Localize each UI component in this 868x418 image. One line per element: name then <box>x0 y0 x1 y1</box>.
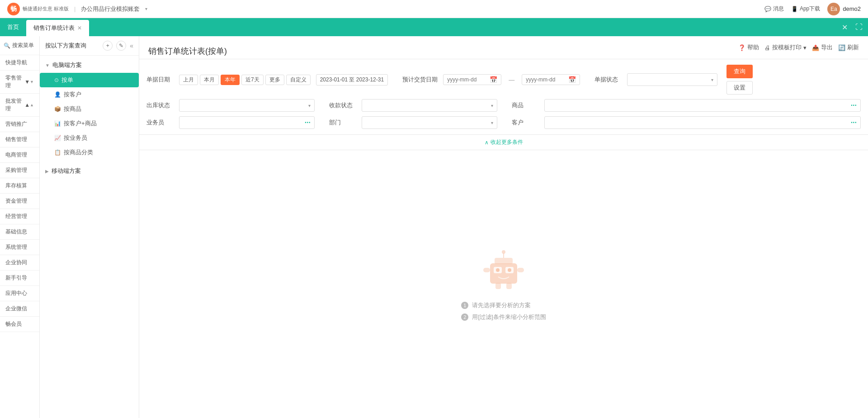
status-select[interactable]: ▾ <box>627 73 717 86</box>
scheme-item-by-order-label: 按单 <box>61 76 73 84</box>
sidebar-item-inventory[interactable]: 库存核算 <box>0 178 39 194</box>
scheme-panel: 按以下方案查询 + ✎ « ▼ 电脑端方案 ⊙ 按单 <box>40 36 139 418</box>
customer-select[interactable]: ··· <box>544 116 861 129</box>
expected-date-start-input[interactable] <box>447 76 488 83</box>
sidebar-item-sales[interactable]: 销售管理 <box>0 132 39 147</box>
logo-text: 畅捷通好生意 标准版 <box>23 6 69 12</box>
date-shortcut-custom[interactable]: 自定义 <box>286 75 311 85</box>
refresh-action[interactable]: 🔄 刷新 <box>838 43 859 52</box>
sidebar-item-purchase[interactable]: 采购管理 <box>0 163 39 178</box>
sidebar-item-ecommerce[interactable]: 电商管理 <box>0 147 39 163</box>
salesperson-select[interactable]: ··· <box>179 116 315 129</box>
tab-sales-stat[interactable]: 销售订单统计表 ✕ <box>26 20 89 36</box>
export-action[interactable]: 📤 导出 <box>812 43 833 52</box>
message-action[interactable]: 💬 消息 <box>764 5 784 13</box>
tab-home[interactable]: 首页 <box>0 18 26 36</box>
scheme-item-by-order[interactable]: ⊙ 按单 <box>40 73 139 87</box>
receipt-status-select-arrow: ▾ <box>491 103 493 108</box>
query-btn[interactable]: 查询 <box>726 65 753 78</box>
quick-nav[interactable]: 快捷导航 <box>0 55 39 71</box>
scheme-item-by-category[interactable]: 📋 按商品分类 <box>40 145 139 160</box>
top-bar-right: 💬 消息 📱 App下载 Ea demo2 <box>764 3 861 15</box>
sidebar-item-basic-info[interactable]: 基础信息 <box>0 224 39 240</box>
scheme-item-by-salesperson-label: 按业务员 <box>64 134 87 142</box>
tab-sales-stat-label: 销售订单统计表 <box>33 24 75 32</box>
expected-date-end-group[interactable]: 📅 <box>522 74 580 85</box>
sidebar-item-wholesale[interactable]: 批发管理 ▲ <box>0 94 39 117</box>
scheme-section-mobile-title[interactable]: ▶ 移动端方案 <box>40 163 139 179</box>
date-shortcut-7days[interactable]: 近7天 <box>241 75 264 85</box>
out-status-select[interactable]: ▾ <box>179 99 315 112</box>
scheme-header: 按以下方案查询 + ✎ « <box>40 36 139 56</box>
sidebar-item-newuser-label: 新手引导 <box>5 274 27 282</box>
calendar-start-icon[interactable]: 📅 <box>490 76 497 83</box>
collapse-bar[interactable]: ∧ 收起更多条件 <box>139 135 868 150</box>
help-icon: ❓ <box>738 44 745 51</box>
query-buttons: 查询 设置 <box>726 65 753 95</box>
goods-ellipsis-icon[interactable]: ··· <box>851 101 857 109</box>
scheme-item-by-customer[interactable]: 👤 按客户 <box>40 87 139 102</box>
scheme-collapse-btn[interactable]: « <box>130 42 133 49</box>
sidebar-search[interactable]: 🔍 搜索菜单 <box>0 36 39 55</box>
app-download-action[interactable]: 📱 App下载 <box>791 5 820 13</box>
settings-btn[interactable]: 设置 <box>726 81 753 95</box>
app-title-dropdown-icon[interactable]: ▾ <box>145 6 147 11</box>
page-actions: ❓ 帮助 🖨 按模板打印 ▾ 📤 导出 🔄 <box>738 43 859 59</box>
sidebar-item-marketing-label: 营销推广 <box>5 120 27 128</box>
filter-row-1: 单据日期 上月 本月 本年 近7天 更多 自定义 2023-01-01 至 20… <box>146 65 861 95</box>
goods-select[interactable]: ··· <box>544 99 861 112</box>
sidebar-item-finance[interactable]: 资金管理 <box>0 194 39 209</box>
expected-date-end-input[interactable] <box>526 76 566 83</box>
user-area[interactable]: Ea demo2 <box>827 3 861 15</box>
help-action[interactable]: ❓ 帮助 <box>738 43 759 52</box>
receipt-status-select[interactable]: ▾ <box>362 99 497 112</box>
refresh-label: 刷新 <box>847 43 859 52</box>
sidebar-item-newuser[interactable]: 新手引导 <box>0 271 39 286</box>
customer-ellipsis-icon[interactable]: ··· <box>851 119 857 127</box>
sidebar-item-appcenter[interactable]: 应用中心 <box>0 286 39 301</box>
export-label: 导出 <box>821 43 833 52</box>
sidebar-item-system[interactable]: 系统管理 <box>0 240 39 255</box>
export-icon: 📤 <box>812 44 819 51</box>
tab-maximize-icon[interactable]: ⛶ <box>854 22 864 33</box>
top-bar: 畅 畅捷通好生意 标准版 | 办公用品行业模拟账套 ▾ 💬 消息 📱 App下载… <box>0 0 868 18</box>
print-action[interactable]: 🖨 按模板打印 ▾ <box>764 43 807 52</box>
sidebar-item-purchase-label: 采购管理 <box>5 166 27 174</box>
scheme-item-by-customer-goods[interactable]: 📊 按客户+商品 <box>40 116 139 131</box>
sidebar-item-wechat[interactable]: 企业微信 <box>0 301 39 317</box>
tip-item-2: 2 用[过滤]条件来缩小分析范围 <box>461 311 546 323</box>
tab-bar-right: ✕ ⛶ <box>839 22 864 33</box>
sidebar-item-retail-arrow: ▼ <box>24 79 30 85</box>
right-content: 销售订单统计表(按单) ❓ 帮助 🖨 按模板打印 ▾ 📤 <box>139 36 868 418</box>
scheme-item-by-salesperson[interactable]: 📈 按业务员 <box>40 131 139 145</box>
tab-close-icon[interactable]: ✕ <box>77 25 82 31</box>
department-select[interactable]: ▾ <box>362 116 497 129</box>
date-shortcut-this-year[interactable]: 本年 <box>221 75 240 85</box>
salesperson-ellipsis-icon[interactable]: ··· <box>305 119 311 127</box>
sidebar-item-collaboration[interactable]: 企业协同 <box>0 255 39 271</box>
date-shortcut-this-month[interactable]: 本月 <box>200 75 219 85</box>
date-shortcut-last-month[interactable]: 上月 <box>179 75 198 85</box>
expected-date-start-group[interactable]: 📅 <box>443 74 501 85</box>
tip-text-1: 请先选择要分析的方案 <box>472 299 531 311</box>
sidebar-item-inventory-label: 库存核算 <box>5 182 27 190</box>
sidebar-item-basic-info-label: 基础信息 <box>5 228 27 236</box>
tab-bar: 首页 销售订单统计表 ✕ ✕ ⛶ <box>0 18 868 36</box>
scheme-section-mobile-label: 移动端方案 <box>52 167 81 175</box>
message-label: 消息 <box>773 5 784 13</box>
svg-rect-11 <box>506 283 512 289</box>
sidebar-item-finance-label: 资金管理 <box>5 197 27 205</box>
calendar-end-icon[interactable]: 📅 <box>568 76 576 83</box>
sidebar-item-retail[interactable]: 零售管理 ▼ <box>0 71 39 94</box>
tip-number-1: 1 <box>461 302 468 309</box>
tab-close-window-icon[interactable]: ✕ <box>839 22 850 33</box>
scheme-section-desktop-title[interactable]: ▼ 电脑端方案 <box>40 57 139 73</box>
logo-area: 畅 畅捷通好生意 标准版 <box>7 3 69 15</box>
scheme-add-btn[interactable]: + <box>103 41 113 51</box>
sidebar-item-operations[interactable]: 经营管理 <box>0 209 39 224</box>
sidebar-item-marketing[interactable]: 营销推广 <box>0 117 39 132</box>
scheme-edit-btn[interactable]: ✎ <box>116 41 126 51</box>
scheme-item-by-goods[interactable]: 📦 按商品 <box>40 102 139 116</box>
date-shortcut-more[interactable]: 更多 <box>265 75 284 85</box>
sidebar-item-membership[interactable]: 畅会员 <box>0 317 39 332</box>
